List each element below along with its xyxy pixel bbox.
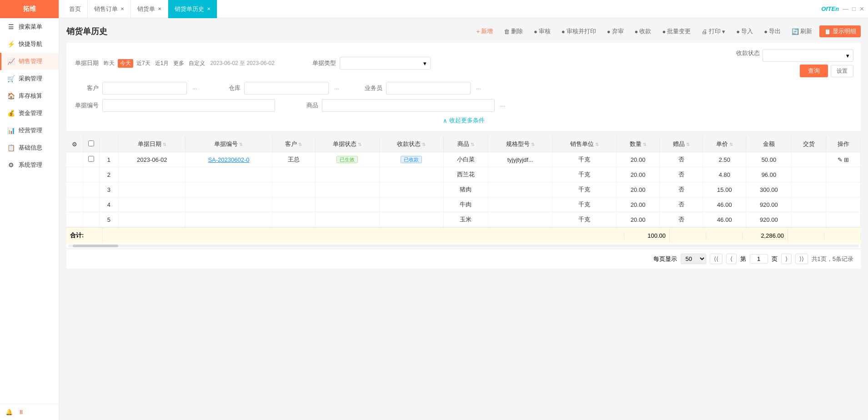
shortcut-more[interactable]: 更多 — [172, 59, 186, 68]
col-doc-date[interactable]: 单据日期⇅ — [119, 136, 186, 152]
audit-button[interactable]: ●审核 — [530, 25, 554, 37]
delete-button[interactable]: 🗑删除 — [500, 25, 527, 37]
import-button[interactable]: ●导入 — [733, 25, 757, 37]
scrollbar-thumb[interactable] — [73, 245, 118, 247]
sidebar-item-sys-mgmt[interactable]: ⚙ 系统管理 — [0, 156, 59, 174]
actions-cell[interactable] — [826, 167, 861, 182]
collect-status-select[interactable]: ▾ — [763, 49, 853, 62]
collect-status-dropdown-icon: ▾ — [846, 52, 849, 59]
show-detail-button[interactable]: 📋显示明细 — [819, 25, 861, 37]
col-doc-no[interactable]: 单据编号⇅ — [186, 136, 272, 152]
col-customer[interactable]: 客户⇅ — [272, 136, 315, 152]
doc-no-link[interactable]: SA-20230602-0 — [208, 156, 249, 163]
sidebar-item-search-menu[interactable]: ☰ 搜索菜单 — [0, 18, 59, 35]
next-page-button[interactable]: ⟩ — [781, 254, 792, 264]
sidebar-item-inventory-calc[interactable]: 🏠 库存核算 — [0, 87, 59, 105]
tab-sales-goods[interactable]: 销货单 ✕ — [131, 0, 168, 18]
doc-no-cell[interactable] — [186, 182, 272, 197]
maximize-icon[interactable]: □ — [852, 5, 856, 12]
new-button[interactable]: +新增 — [472, 25, 497, 37]
actions-cell[interactable] — [826, 212, 861, 227]
sidebar-item-finance-mgmt[interactable]: 💰 资金管理 — [0, 105, 59, 122]
close-window-icon[interactable]: ✕ — [859, 5, 864, 12]
check-cell[interactable] — [83, 212, 99, 227]
actions-cell[interactable]: ✎ ⊞ — [826, 152, 861, 167]
warehouse-dots[interactable]: ··· — [334, 85, 339, 92]
col-goods[interactable]: 商品⇅ — [443, 136, 488, 152]
scrollbar-area[interactable] — [66, 243, 861, 249]
actions-cell[interactable] — [826, 197, 861, 212]
query-button[interactable]: 查询 — [800, 65, 828, 77]
sidebar-item-quick-nav[interactable]: ⚡ 快捷导航 — [0, 35, 59, 53]
tab-sales-order[interactable]: 销售订单 ✕ — [88, 0, 131, 18]
doc-type-select[interactable]: ▾ — [340, 57, 431, 70]
goods-dots[interactable]: ··· — [500, 102, 505, 109]
tab-sales-order-close[interactable]: ✕ — [120, 6, 124, 11]
check-cell[interactable] — [83, 152, 99, 167]
pause-icon[interactable]: ⏸ — [18, 409, 24, 415]
shortcut-month1[interactable]: 近1月 — [154, 59, 171, 68]
collect-button[interactable]: ●收款 — [631, 25, 655, 37]
row-check[interactable] — [88, 156, 94, 162]
filter-row-1: 单据日期 昨天 今天 近7天 近1月 更多 自定义 2023-06-02 至 2… — [74, 49, 853, 77]
footer-total-amount: 2,286.00 — [743, 229, 788, 243]
doc-no-cell[interactable]: SA-20230602-0 — [186, 152, 272, 167]
tab-sales-history[interactable]: 销货单历史 ✕ — [168, 0, 217, 18]
sidebar-bottom: 🔔 ⏸ — [0, 404, 59, 420]
col-qty[interactable]: 数量⇅ — [617, 136, 660, 152]
export-button[interactable]: ●导出 — [760, 25, 784, 37]
minimize-icon[interactable]: — — [843, 5, 848, 12]
employee-input[interactable] — [386, 82, 471, 95]
shortcut-yesterday[interactable]: 昨天 — [102, 59, 116, 68]
warehouse-input[interactable] — [244, 82, 329, 95]
audit-print-button[interactable]: ●审核并打印 — [558, 25, 600, 37]
col-settings[interactable]: ⚙ — [66, 136, 83, 152]
refresh-button[interactable]: 🔄刷新 — [788, 25, 816, 37]
employee-dots[interactable]: ··· — [476, 85, 481, 92]
goods-input[interactable] — [322, 99, 495, 112]
print-button[interactable]: 🖨打印 ▾ — [698, 25, 729, 37]
doc-no-cell[interactable] — [186, 212, 272, 227]
doc-date-cell — [119, 197, 186, 212]
tab-sales-history-close[interactable]: ✕ — [207, 6, 211, 11]
check-cell[interactable] — [83, 167, 99, 182]
col-spec[interactable]: 规格型号⇅ — [488, 136, 552, 152]
shortcut-custom[interactable]: 自定义 — [187, 59, 206, 68]
check-cell[interactable] — [83, 197, 99, 212]
collapse-button[interactable]: ∧ 收起更多条件 — [74, 116, 853, 125]
col-collect-status[interactable]: 收款状态⇅ — [379, 136, 443, 152]
check-all[interactable] — [88, 140, 94, 146]
tab-home[interactable]: 首页 — [63, 0, 88, 18]
sort-qty: ⇅ — [643, 142, 647, 147]
prev-page-button[interactable]: ⟨ — [726, 254, 737, 264]
first-page-button[interactable]: ⟨⟨ — [710, 254, 722, 264]
sidebar-item-basic-info[interactable]: 📋 基础信息 — [0, 139, 59, 156]
col-doc-status[interactable]: 单据状态⇅ — [315, 136, 379, 152]
col-gift[interactable]: 赠品⇅ — [660, 136, 703, 152]
doc-no-cell[interactable] — [186, 167, 272, 182]
col-unit[interactable]: 销售单位⇅ — [552, 136, 617, 152]
last-page-button[interactable]: ⟩⟩ — [795, 254, 808, 264]
shortcut-today[interactable]: 今天 — [118, 59, 133, 68]
footer-gift-spacer — [670, 232, 706, 239]
sidebar-item-purchase-mgmt[interactable]: 🛒 采购管理 — [0, 70, 59, 87]
sidebar-item-sales-mgmt[interactable]: 📈 销售管理 — [0, 53, 59, 70]
page-size-select[interactable]: 20 50 100 — [681, 254, 706, 264]
collect-status-cell — [379, 197, 443, 212]
check-cell[interactable] — [83, 182, 99, 197]
col-unit-price[interactable]: 单价⇅ — [703, 136, 746, 152]
abandon-button[interactable]: ●弃审 — [603, 25, 627, 37]
doc-no-input[interactable] — [102, 99, 275, 112]
setting-button[interactable]: 设置 — [831, 65, 853, 77]
customer-dots[interactable]: ··· — [192, 85, 197, 92]
tab-sales-goods-close[interactable]: ✕ — [158, 6, 161, 11]
col-check[interactable] — [83, 136, 99, 152]
page-input[interactable] — [750, 254, 768, 264]
sidebar-item-ops-mgmt[interactable]: 📊 经营管理 — [0, 122, 59, 139]
customer-input[interactable] — [102, 82, 187, 95]
doc-no-cell[interactable] — [186, 197, 272, 212]
shortcut-week7[interactable]: 近7天 — [135, 59, 152, 68]
batch-change-button[interactable]: ●批量变更 — [658, 25, 694, 37]
actions-cell[interactable] — [826, 182, 861, 197]
notification-icon[interactable]: 🔔 — [5, 409, 13, 415]
